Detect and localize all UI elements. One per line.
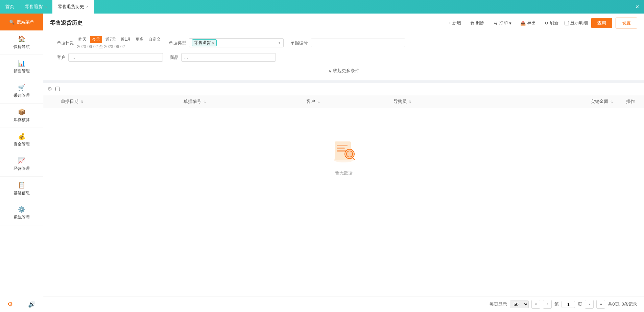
tab-retail-return-close[interactable]: × [45,4,47,9]
sales-icon: 📊 [18,60,25,67]
sidebar-menu: 🏠 快捷导航 📊 销售管理 🛒 采购管理 📦 库存核算 💰 资金管理 📈 [0,30,43,296]
content-area: 零售退货历史 ＋ + 新增 🗑 删除 🖨 打印 ▾ [43,14,644,312]
tab-home-label: 首页 [5,4,14,10]
sidebar-label-operation: 经营管理 [14,166,30,172]
tab-retail-return-label: 零售退货 [25,4,43,10]
window-close-button[interactable]: × [630,0,644,14]
date-btn-more[interactable]: 更多 [134,36,145,43]
sidebar-item-quick-nav[interactable]: 🏠 快捷导航 [0,30,43,55]
sidebar-label-purchase-mgmt: 采购管理 [14,93,30,98]
svg-rect-4 [337,150,346,152]
search-icon: 🔍 [9,20,15,25]
print-label: 打印 [499,20,508,26]
date-btn-7days[interactable]: 近7天 [104,36,117,43]
print-button[interactable]: 🖨 打印 ▾ [491,19,514,27]
table-header-row: 单据日期 ⇅ 单据编号 ⇅ 客户 ⇅ 导购员 ⇅ [43,95,644,108]
page-unit: 页 [578,301,582,307]
goods-filter-group: 商品 [170,53,276,62]
last-page-button[interactable]: » [596,300,605,309]
date-btn-today[interactable]: 今天 [90,36,102,43]
sidebar-item-system[interactable]: ⚙️ 系统管理 [0,201,43,225]
date-btn-yesterday[interactable]: 昨天 [77,36,88,43]
display-detail-checkbox[interactable]: 显示明细 [565,20,588,26]
sidebar-item-operation[interactable]: 📈 经营管理 [0,152,43,177]
prev-page-button[interactable]: ‹ [543,300,552,309]
svg-rect-3 [337,148,345,149]
base-info-icon: 📋 [18,181,25,189]
date-btn-custom[interactable]: 自定义 [147,36,162,43]
sidebar-search-label: 搜索菜单 [17,19,34,25]
th-actual-amount[interactable]: 实销金额 ⇅ [494,95,617,108]
sidebar-item-base-info[interactable]: 📋 基础信息 [0,177,43,201]
voucher-type-tag-text: 零售退货 [194,40,211,46]
tab-retail-return[interactable]: 零售退货 × [20,0,52,14]
customer-input[interactable] [68,53,163,62]
date-btn-1month[interactable]: 近1月 [119,36,133,43]
date-filter-label: 单据日期 [57,40,74,46]
th-guide[interactable]: 导购员 ⇅ [389,95,494,108]
page-title: 零售退货历史 [50,20,82,27]
page-number-input[interactable] [562,301,575,308]
settings-bottom-icon[interactable]: ⚙ [7,300,13,308]
select-all-checkbox[interactable] [55,87,60,91]
sidebar-item-purchase-mgmt[interactable]: 🛒 采购管理 [0,79,43,104]
chevron-up-icon: ∧ [328,68,332,73]
main-layout: 🔍 搜索菜单 🏠 快捷导航 📊 销售管理 🛒 采购管理 📦 库存核算 💰 [0,14,644,312]
sidebar-item-sales-mgmt[interactable]: 📊 销售管理 [0,55,43,79]
tab-home[interactable]: 首页 [0,0,20,14]
empty-state: 暂无数据 [43,108,644,203]
page-header: 零售退货历史 ＋ + 新增 🗑 删除 🖨 打印 ▾ [43,14,644,80]
goods-input[interactable] [181,53,276,62]
collapse-button[interactable]: ∧ 收起更多条件 [328,68,359,74]
voucher-type-label: 单据类型 [169,40,186,46]
th-voucher-no[interactable]: 单据编号 ⇅ [180,95,302,108]
voucher-number-label: 单据编号 [290,40,308,46]
voucher-type-group: 单据类型 零售退货 × ▾ [169,38,284,47]
plus-icon: ＋ [443,20,447,26]
per-page-label: 每页显示 [490,301,507,307]
delete-button[interactable]: 🗑 删除 [467,19,487,27]
date-filter-group: 单据日期 昨天 今天 近7天 近1月 更多 自定义 2023-06-02 至 2… [57,36,162,50]
voucher-type-tag: 零售退货 × [192,39,216,46]
tab-retail-return-history-close[interactable]: × [86,4,89,9]
tab-retail-return-history[interactable]: 零售退货历史 × [52,0,94,14]
th-voucher-date[interactable]: 单据日期 ⇅ [57,95,180,108]
table-settings-icon[interactable]: ⚙ [47,86,52,92]
first-page-button[interactable]: « [531,300,540,309]
volume-icon[interactable]: 🔊 [28,300,35,308]
voucher-type-input[interactable]: 零售退货 × ▾ [189,38,284,47]
customer-label: 客户 [57,54,66,61]
refresh-button[interactable]: ↻ 刷新 [542,19,561,27]
per-page-select[interactable]: 20 50 100 [510,300,529,308]
sidebar-label-quick-nav: 快捷导航 [14,44,30,50]
sidebar-item-inventory[interactable]: 📦 库存核算 [0,104,43,128]
print-icon: 🖨 [493,21,498,26]
new-button[interactable]: ＋ + 新增 [440,19,464,27]
sidebar-label-inventory: 库存核算 [14,117,30,123]
sidebar-search[interactable]: 🔍 搜索菜单 [0,14,43,30]
print-dropdown-icon: ▾ [509,21,511,26]
display-detail-input[interactable] [565,21,569,25]
th-customer[interactable]: 客户 ⇅ [302,95,389,108]
inventory-icon: 📦 [18,108,25,116]
sidebar-item-finance[interactable]: 💰 资金管理 [0,128,43,152]
next-page-button[interactable]: › [585,300,594,309]
export-icon: 📤 [520,21,526,26]
toolbar: ＋ + 新增 🗑 删除 🖨 打印 ▾ 📤 导出 [440,18,637,28]
finance-icon: 💰 [18,133,25,140]
home-icon: 🏠 [18,35,25,43]
voucher-number-input[interactable] [311,39,405,47]
settings-button[interactable]: 设置 [616,18,637,28]
export-button[interactable]: 📤 导出 [518,19,539,27]
voucher-type-tag-close[interactable]: × [212,41,214,45]
goods-label: 商品 [170,54,178,61]
empty-label: 暂无数据 [335,170,353,176]
voucher-number-group: 单据编号 [290,39,405,47]
filter-row-1: 单据日期 昨天 今天 近7天 近1月 更多 自定义 2023-06-02 至 2… [57,36,630,50]
customer-filter-group: 客户 [57,53,163,62]
sidebar-label-finance: 资金管理 [14,141,30,147]
query-button[interactable]: 查询 [591,18,612,28]
delete-label: 删除 [476,20,484,26]
sidebar: 🔍 搜索菜单 🏠 快捷导航 📊 销售管理 🛒 采购管理 📦 库存核算 💰 [0,14,43,312]
sidebar-label-base-info: 基础信息 [14,190,30,196]
